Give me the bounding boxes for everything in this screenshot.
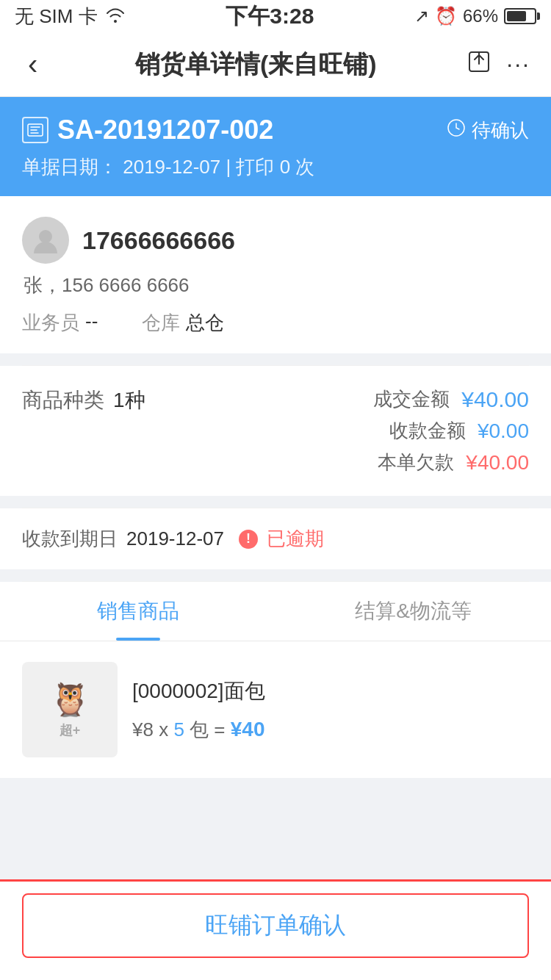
- sales-label: 业务员: [22, 310, 79, 336]
- order-id-icon: [22, 117, 48, 143]
- carrier-text: 无 SIM 卡: [15, 4, 98, 29]
- product-item: 🦉 超+ [0000002]面包 ¥8 x 5 包 = ¥40: [0, 641, 551, 778]
- svg-point-3: [39, 230, 52, 243]
- share-button[interactable]: [467, 49, 491, 80]
- customer-meta: 业务员 -- 仓库 总仓: [22, 310, 529, 336]
- received-value: ¥0.00: [478, 419, 529, 443]
- order-status: 待确认: [447, 118, 529, 143]
- battery-percent: 66%: [463, 6, 498, 26]
- summary-section: 商品种类 1种 成交金额 ¥40.00 收款金额 ¥0.00 本单欠款 ¥40.…: [0, 366, 551, 496]
- tab-settlement[interactable]: 结算&物流等: [276, 582, 551, 641]
- product-name: [0000002]面包: [132, 677, 529, 705]
- alarm-icon: ⏰: [435, 6, 457, 26]
- status-text: 待确认: [472, 118, 529, 143]
- avatar: [22, 217, 69, 264]
- due-section: 收款到期日 2019-12-07 ! 已逾期: [0, 508, 551, 569]
- product-type-value: 1种: [113, 386, 145, 414]
- status-left: 无 SIM 卡: [15, 4, 126, 29]
- sales-value: --: [85, 310, 98, 336]
- battery-icon: [504, 8, 536, 24]
- product-thumbnail: 🦉 超+: [22, 662, 118, 757]
- customer-name: 张，156 6666 6666: [22, 273, 529, 298]
- nav-bar: ‹ 销货单详情(来自旺铺) ···: [0, 32, 551, 97]
- customer-phone: 17666666666: [82, 226, 235, 255]
- confirm-order-button[interactable]: 旺铺订单确认: [22, 893, 529, 958]
- product-thumb-icon: 🦉: [50, 680, 90, 718]
- product-price: ¥8 x 5 包 = ¥40: [132, 717, 529, 743]
- tabs-bar: 销售商品 结算&物流等: [0, 582, 551, 641]
- product-total: ¥40: [231, 718, 265, 741]
- due-date-value: 2019-12-07: [126, 527, 224, 550]
- status-time: 下午3:28: [226, 1, 314, 32]
- product-thumb-text: 超+: [60, 721, 81, 739]
- customer-card: 17666666666 张，156 6666 6666 业务员 -- 仓库 总仓: [0, 196, 551, 353]
- location-icon: ↗: [414, 6, 429, 26]
- tab-sales-products[interactable]: 销售商品: [0, 582, 276, 641]
- nav-actions: ···: [467, 49, 530, 80]
- back-button[interactable]: ‹: [21, 40, 45, 88]
- order-date: 单据日期： 2019-12-07 | 打印 0 次: [22, 154, 529, 180]
- order-id: SA-20191207-002: [22, 115, 273, 145]
- due-amount-label: 本单欠款: [378, 450, 454, 475]
- due-date-label: 收款到期日: [22, 526, 118, 552]
- clock-icon: [447, 118, 466, 143]
- overdue-text: 已逾期: [267, 526, 324, 552]
- amount-value: ¥40.00: [461, 387, 529, 412]
- product-list: 🦉 超+ [0000002]面包 ¥8 x 5 包 = ¥40: [0, 641, 551, 778]
- product-type-label: 商品种类: [22, 386, 104, 414]
- product-qty: 5: [173, 718, 184, 741]
- warehouse-value: 总仓: [186, 310, 224, 336]
- received-label: 收款金额: [389, 418, 466, 444]
- status-right: ↗ ⏰ 66%: [414, 6, 536, 26]
- amount-label: 成交金额: [373, 386, 450, 412]
- order-header: SA-20191207-002 待确认 单据日期： 2019-12-07 | 打…: [0, 97, 551, 196]
- page-title: 销货单详情(来自旺铺): [135, 48, 377, 82]
- wifi-icon: [105, 5, 126, 28]
- status-bar: 无 SIM 卡 下午3:28 ↗ ⏰ 66%: [0, 0, 551, 32]
- overdue-icon: !: [239, 530, 258, 549]
- product-info: [0000002]面包 ¥8 x 5 包 = ¥40: [132, 677, 529, 743]
- bottom-bar: 旺铺订单确认: [0, 879, 551, 980]
- more-button[interactable]: ···: [506, 51, 530, 78]
- warehouse-label: 仓库: [142, 310, 180, 336]
- due-amount-value: ¥40.00: [466, 451, 529, 475]
